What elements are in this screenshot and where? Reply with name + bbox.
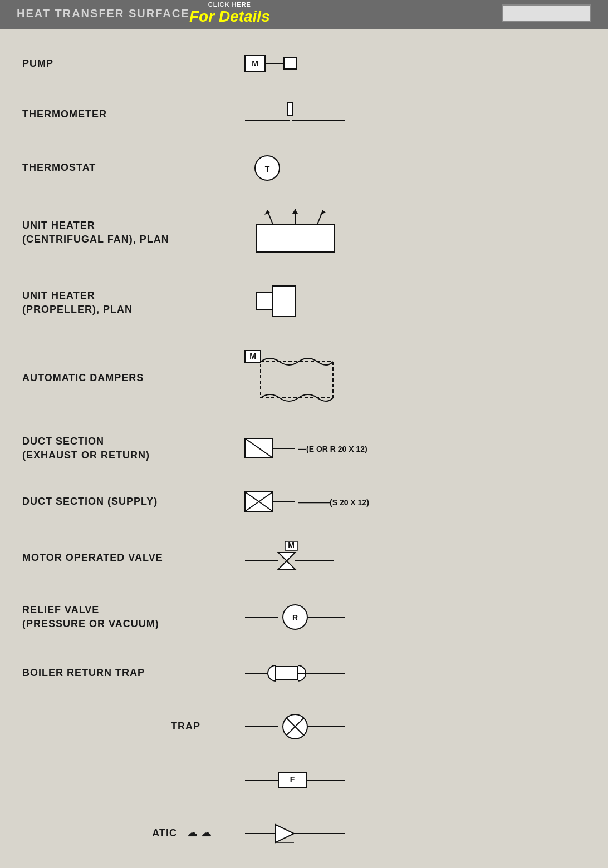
motor-valve-symbol: M [234, 539, 586, 578]
automatic-dampers-symbol: M [234, 345, 586, 412]
thermometer-symbol [234, 98, 586, 131]
unit-heater-propeller-symbol [234, 280, 586, 325]
thermometer-row: THERMOMETER [22, 88, 586, 141]
duct-supply-symbol: ————(S 20 X 12) [234, 485, 586, 519]
svg-marker-33 [278, 553, 295, 569]
automatic-dampers-label: AUTOMATIC DAMPERS [22, 371, 234, 385]
thermostat-row: THERMOSTAT T [22, 141, 586, 195]
svg-rect-16 [273, 286, 295, 317]
thermostat-symbol: T [234, 151, 586, 185]
thermostat-label: THERMOSTAT [22, 161, 234, 175]
pump-row: PUMP M [22, 40, 586, 88]
duct-supply-label: DUCT SECTION (SUPPLY) [22, 495, 234, 509]
unit-heater-propeller-row: UNIT HEATER(PROPELLER), PLAN [22, 270, 586, 335]
svg-rect-5 [288, 102, 292, 116]
svg-text:R: R [292, 613, 298, 622]
duct-supply-row: DUCT SECTION (SUPPLY) ————(S 20 X 12) [22, 475, 586, 529]
click-here-label: CLICK HERE [208, 1, 251, 8]
unit-heater-centrifugal-row: UNIT HEATER(CENTRIFUGAL FAN), PLAN [22, 195, 586, 270]
svg-text:M: M [252, 59, 258, 68]
relief-valve-label: RELIEF VALVE(PRESSURE OR VACUUM) [22, 603, 234, 631]
unit-heater-centrifugal-symbol [234, 205, 586, 260]
svg-rect-3 [284, 58, 296, 69]
atic-label: ATIC ☁ ☁ [22, 826, 234, 840]
thermometer-label: THERMOMETER [22, 107, 234, 121]
atic-row: ATIC ☁ ☁ [22, 807, 586, 860]
svg-marker-15 [320, 210, 326, 215]
click-here-block[interactable]: CLICK HERE For Details [189, 1, 270, 26]
svg-text:T: T [265, 165, 270, 174]
atic-symbol [234, 817, 586, 850]
relief-valve-row: RELIEF VALVE(PRESSURE OR VACUUM) R [22, 588, 586, 647]
svg-text:M: M [249, 352, 256, 361]
pump-label: PUMP [22, 57, 234, 71]
motor-valve-label: MOTOR OPERATED VALVE [22, 551, 234, 565]
svg-text:F: F [290, 775, 295, 784]
trap-symbol [234, 710, 586, 743]
for-details-label: For Details [189, 8, 270, 26]
motor-valve-row: MOTOR OPERATED VALVE M [22, 529, 586, 588]
svg-rect-20 [261, 362, 333, 398]
filter-row: F [22, 753, 586, 807]
svg-text:—(E  OR  R  20 X 12): —(E OR R 20 X 12) [298, 445, 367, 453]
relief-valve-symbol: R [234, 598, 586, 637]
svg-marker-52 [276, 825, 294, 842]
svg-text:————(S  20 X 12): ————(S 20 X 12) [298, 498, 369, 507]
header-bar: HEAT TRANSFER SURFACE CLICK HERE For Det… [0, 0, 608, 29]
unit-heater-centrifugal-label: UNIT HEATER(CENTRIFUGAL FAN), PLAN [22, 219, 234, 246]
svg-rect-9 [256, 224, 334, 252]
pump-symbol: M [234, 50, 586, 78]
trap-label: TRAP [22, 719, 234, 733]
boiler-return-trap-symbol [234, 657, 586, 690]
duct-exhaust-symbol: —(E OR R 20 X 12) [234, 432, 586, 465]
svg-marker-13 [292, 209, 298, 214]
filter-symbol: F [234, 763, 586, 797]
duct-exhaust-row: DUCT SECTION(EXHAUST OR RETURN) —(E OR R… [22, 422, 586, 475]
automatic-dampers-row: AUTOMATIC DAMPERS M [22, 335, 586, 422]
svg-text:M: M [288, 541, 295, 550]
header-title: HEAT TRANSFER SURFACE [17, 7, 190, 20]
svg-rect-40 [276, 667, 298, 680]
boiler-return-trap-label: BOILER RETURN TRAP [22, 666, 234, 680]
boiler-return-trap-row: BOILER RETURN TRAP [22, 647, 586, 700]
duct-exhaust-label: DUCT SECTION(EXHAUST OR RETURN) [22, 435, 234, 462]
svg-rect-17 [256, 293, 273, 309]
header-input[interactable] [502, 4, 591, 22]
trap-row: TRAP [22, 700, 586, 753]
main-content: PUMP M THERMOMETER [0, 29, 608, 868]
unit-heater-propeller-label: UNIT HEATER(PROPELLER), PLAN [22, 289, 234, 317]
